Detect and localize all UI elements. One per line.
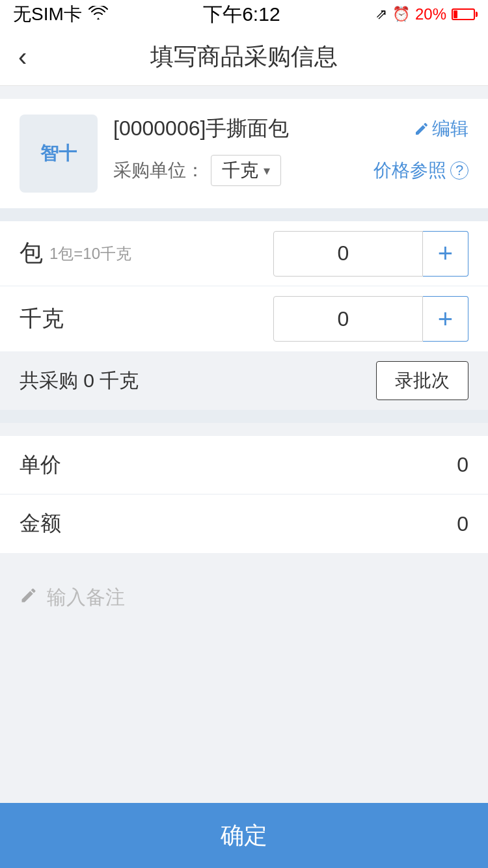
remark-input-area[interactable]: 输入备注 [20,584,468,611]
product-logo: 智十 [40,142,77,165]
product-card: 智十 [0000006]手撕面包 编辑 采购单位： 千克 ▾ [0,99,488,208]
nav-bar: ‹ 填写商品采购信息 [0,29,488,86]
package-row: 包 1包=10千克 + [0,221,488,286]
status-bar: 无SIM卡 下午6:12 ⇗ ⏰ 20% [0,0,488,29]
chevron-down-icon: ▾ [264,163,270,178]
page-title: 填写商品采购信息 [150,41,338,73]
pencil-icon [20,586,38,609]
plus-icon-kg: + [438,305,453,334]
package-qty-input[interactable] [273,231,423,277]
kg-row: 千克 + [0,286,488,351]
unit-price-row: 单价 0 [0,436,488,495]
edit-button[interactable]: 编辑 [414,116,468,141]
remark-placeholder: 输入备注 [47,584,125,611]
confirm-button[interactable]: 确定 [0,803,488,868]
status-bar-right: ⇗ ⏰ 20% [375,5,475,23]
package-sub-label: 1包=10千克 [49,243,131,264]
kg-qty-input[interactable] [273,296,423,342]
package-label-group: 包 1包=10千克 [20,237,131,269]
kg-input-group: + [273,296,468,342]
package-label: 包 [20,237,43,269]
divider-2 [0,410,488,423]
total-row: 共采购 0 千克 录批次 [0,351,488,410]
kg-label-group: 千克 [20,304,64,334]
price-section: 单价 0 金额 0 [0,436,488,553]
unit-value: 千克 [222,158,258,183]
unit-price-value: 0 [457,453,468,477]
product-name: [0000006]手撕面包 [113,115,289,143]
amount-value: 0 [457,512,468,536]
product-unit-row: 采购单位： 千克 ▾ 价格参照 ? [113,155,468,186]
amount-row: 金额 0 [0,495,488,553]
status-bar-left: 无SIM卡 [13,2,108,27]
unit-dropdown[interactable]: 千克 ▾ [211,155,281,186]
divider-1 [0,208,488,221]
alarm-icon: ⏰ [392,6,410,23]
location-icon: ⇗ [375,6,387,23]
product-info: [0000006]手撕面包 编辑 采购单位： 千克 ▾ 价格 [113,115,468,186]
product-thumbnail: 智十 [20,115,98,193]
package-plus-button[interactable]: + [423,231,468,277]
qty-input-section: 包 1包=10千克 + 千克 + [0,221,488,351]
amount-label: 金额 [20,509,61,538]
plus-icon-package: + [438,239,453,268]
status-bar-time: 下午6:12 [203,1,280,28]
carrier-label: 无SIM卡 [13,2,82,27]
package-input-group: + [273,231,468,277]
price-ref-button[interactable]: 价格参照 ? [373,158,468,183]
kg-label: 千克 [20,304,64,334]
battery-percent: 20% [415,5,446,23]
product-name-row: [0000006]手撕面包 编辑 [113,115,468,143]
remark-section: 输入备注 [0,566,488,696]
price-ref-label: 价格参照 [373,158,446,183]
back-button[interactable]: ‹ [18,42,27,72]
record-batch-button[interactable]: 录批次 [376,361,468,400]
unit-price-label: 单价 [20,451,61,480]
total-label: 共采购 0 千克 [20,368,139,394]
info-icon: ? [450,161,468,180]
unit-label: 采购单位： [113,158,204,183]
battery-icon [452,8,475,20]
kg-plus-button[interactable]: + [423,296,468,342]
edit-label: 编辑 [432,116,468,141]
wifi-icon [88,4,108,25]
